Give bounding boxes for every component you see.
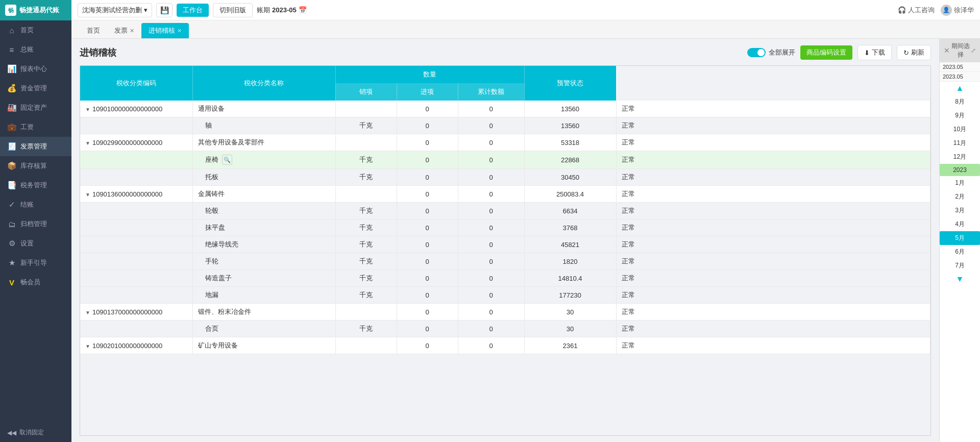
support-button[interactable]: 🎧 人工咨询 [898, 6, 935, 15]
settings-icon: ⚙ [7, 239, 16, 248]
sidebar-item-finance[interactable]: 💰 资金管理 [0, 79, 71, 98]
expand-toggle[interactable]: 全部展开 [747, 48, 795, 57]
sidebar-item-label: 报表中心 [20, 64, 47, 73]
sidebar-item-label: 首页 [20, 26, 34, 35]
sidebar-item-home[interactable]: ⌂ 首页 [0, 20, 71, 40]
table-purchase: 0 [458, 151, 524, 169]
table-code-empty [80, 169, 192, 186]
switch-version-button[interactable]: 切到旧版 [213, 3, 253, 17]
month-11[interactable]: 11月 [940, 136, 980, 150]
table-code-empty [80, 270, 192, 287]
month-7[interactable]: 7月 [940, 259, 980, 273]
tab-reconcile[interactable]: 进销稽核 ✕ [141, 23, 189, 38]
table-name: 金属铸件 [192, 186, 335, 203]
table-status: 正常 [616, 287, 930, 304]
table-unit [335, 186, 397, 203]
refresh-btn[interactable]: ↻ 刷新 [897, 45, 931, 60]
sidebar-item-assets[interactable]: 🏭 固定资产 [0, 98, 71, 117]
table-purchase: 0 [458, 253, 524, 270]
table-unit: 千克 [335, 287, 397, 304]
table-total: 45821 [524, 236, 616, 253]
table-total: 30450 [524, 169, 616, 186]
unpin-icon: ◀◀ [7, 429, 16, 436]
table-purchase: 0 [458, 287, 524, 304]
table-name: 轮毂 [192, 203, 335, 219]
table-name: 通用设备 [192, 101, 335, 117]
month-6[interactable]: 6月 [940, 245, 980, 259]
table-total: 14810.4 [524, 270, 616, 287]
sidebar-item-salary[interactable]: 💼 工资 [0, 117, 71, 137]
sidebar-item-tax[interactable]: 📑 税务管理 [0, 176, 71, 195]
table-sales: 0 [397, 151, 458, 169]
table-purchase: 0 [458, 101, 524, 117]
month-1[interactable]: 1月 [940, 176, 980, 190]
company-name: 沈海英测试经营勿删 [82, 6, 142, 15]
page-header: 进销稽核 全部展开 商品编码设置 ⬇ 下载 ↻ 刷新 [80, 45, 931, 60]
month-12[interactable]: 12月 [940, 150, 980, 164]
period-row-1: 2023.05 [940, 62, 980, 72]
save-draft-button[interactable]: 💾 [156, 3, 173, 17]
table-name: 锻件、粉末冶金件 [192, 304, 335, 321]
refresh-icon: ↻ [903, 49, 909, 57]
sidebar-item-ledger[interactable]: ≡ 总账 [0, 40, 71, 59]
sidebar-item-inventory[interactable]: 📦 库存核算 [0, 156, 71, 176]
tab-invoice[interactable]: 发票 ✕ [107, 23, 141, 38]
table-purchase: 0 [458, 117, 524, 134]
workstation-button[interactable]: 工作台 [177, 4, 209, 17]
panel-close[interactable]: ✕ [944, 46, 950, 55]
table-name: 手轮 [192, 253, 335, 270]
month-5[interactable]: 5月 [940, 231, 980, 245]
table-total: 30 [524, 304, 616, 321]
table-purchase: 0 [458, 219, 524, 236]
table-total: 22868 [524, 151, 616, 169]
month-2[interactable]: 2月 [940, 190, 980, 204]
table-status: 正常 [616, 101, 930, 117]
sidebar-item-guide[interactable]: ★ 新手引导 [0, 253, 71, 273]
tab-reconcile-close[interactable]: ✕ [177, 28, 182, 34]
month-4[interactable]: 4月 [940, 217, 980, 231]
table-unit [335, 304, 397, 321]
calendar-icon[interactable]: 📅 [299, 6, 307, 14]
table-unit: 千克 [335, 151, 397, 169]
month-8[interactable]: 8月 [940, 95, 980, 109]
table-status: 正常 [616, 203, 930, 219]
user-profile[interactable]: 👤 徐泽华 [941, 5, 974, 16]
sidebar-item-label: 新手引导 [20, 258, 47, 267]
panel-maximize[interactable]: ⤢ [971, 47, 976, 54]
download-btn[interactable]: ⬇ 下载 [857, 45, 892, 60]
product-code-btn[interactable]: 商品编码设置 [800, 45, 852, 60]
tab-invoice-close[interactable]: ✕ [130, 28, 134, 34]
table-purchase: 0 [458, 186, 524, 203]
sidebar-item-invoice[interactable]: 🧾 发票管理 [0, 137, 71, 156]
month-10[interactable]: 10月 [940, 122, 980, 136]
page-title: 进销稽核 [80, 46, 116, 59]
year-2023[interactable]: 2023 [940, 164, 980, 176]
scroll-down[interactable]: ▼ [940, 273, 980, 286]
sidebar-unpin[interactable]: ◀◀ 取消固定 [0, 423, 71, 442]
topbar-right: 🎧 人工咨询 👤 徐泽华 [898, 5, 974, 16]
sidebar-item-reports[interactable]: 📊 报表中心 [0, 59, 71, 79]
table-code: ▼1090100000000000000 [80, 101, 192, 117]
toggle-switch[interactable] [747, 48, 766, 57]
month-9[interactable]: 9月 [940, 109, 980, 122]
sidebar-item-archive[interactable]: 🗂 归档管理 [0, 214, 71, 234]
table-sales: 0 [397, 270, 458, 287]
search-icon[interactable]: 🔍 [222, 155, 232, 165]
headset-icon: 🎧 [898, 6, 906, 14]
table-sales: 0 [397, 321, 458, 337]
table-status: 正常 [616, 134, 930, 151]
sidebar-item-settings[interactable]: ⚙ 设置 [0, 234, 71, 253]
table-name: 托板 [192, 169, 335, 186]
scroll-up[interactable]: ▲ [940, 82, 980, 95]
tab-home[interactable]: 首页 [80, 23, 107, 38]
month-3[interactable]: 3月 [940, 204, 980, 217]
table-unit: 千克 [335, 169, 397, 186]
sidebar-item-checkout[interactable]: ✓ 结账 [0, 195, 71, 214]
company-selector[interactable]: 沈海英测试经营勿删 ▾ [78, 3, 152, 17]
table-sales: 0 [397, 203, 458, 219]
table-unit: 千克 [335, 236, 397, 253]
sidebar-item-member[interactable]: V 畅会员 [0, 273, 71, 292]
sidebar-item-label: 总账 [20, 45, 34, 54]
table-name: 抹平盘 [192, 219, 335, 236]
table-unit [335, 337, 397, 354]
